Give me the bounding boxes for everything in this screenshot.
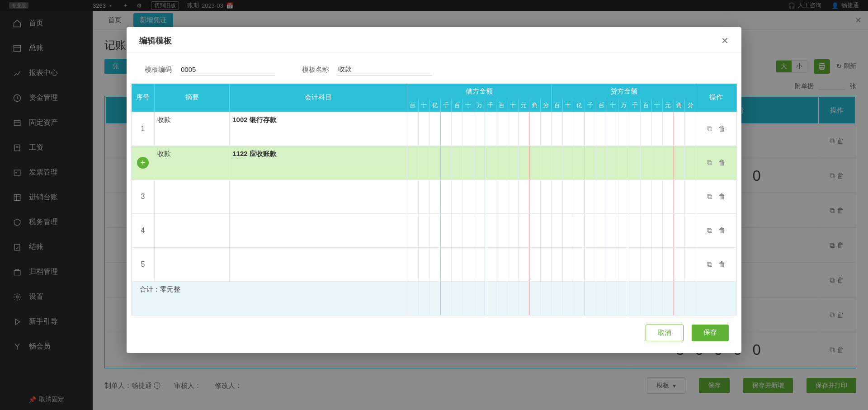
unit-header: 百 — [640, 99, 651, 112]
delete-row-icon[interactable]: 🗑 — [718, 125, 726, 133]
credit-cell[interactable] — [552, 112, 696, 146]
unit-header: 十 — [651, 99, 663, 112]
dialog-title: 编辑模板 — [139, 35, 172, 46]
summary-cell[interactable] — [155, 179, 230, 213]
unit-header: 百 — [596, 99, 607, 112]
unit-header: 百 — [552, 99, 563, 112]
unit-header: 千 — [585, 99, 596, 112]
subject-cell[interactable]: 1122 应收账款 — [230, 146, 407, 179]
seq-cell: 1 — [132, 112, 155, 146]
row-ops-cell: ⧉🗑 — [696, 112, 736, 146]
template-code-label: 模板编码 — [145, 66, 172, 74]
credit-cell[interactable] — [552, 213, 696, 247]
th-summary: 摘要 — [155, 84, 230, 112]
unit-header: 亿 — [574, 99, 585, 112]
unit-header: 分 — [540, 99, 552, 112]
copy-row-icon[interactable]: ⧉ — [707, 193, 712, 201]
seq-cell: + — [132, 146, 155, 179]
credit-cell[interactable] — [552, 179, 696, 213]
summary-cell[interactable]: 收款 — [155, 112, 230, 146]
delete-row-icon[interactable]: 🗑 — [718, 226, 726, 235]
unit-header: 元 — [518, 99, 529, 112]
table-row[interactable]: 5⧉🗑 — [132, 247, 737, 281]
total-label: 合计：零元整 — [132, 281, 407, 315]
th-seq: 序号 — [132, 84, 155, 112]
table-row[interactable]: 1收款1002 银行存款⧉🗑 — [132, 112, 737, 146]
template-name-input[interactable] — [337, 64, 432, 75]
unit-header: 十 — [418, 99, 429, 112]
debit-cell[interactable] — [407, 179, 552, 213]
debit-cell[interactable] — [407, 112, 552, 146]
unit-header: 百 — [496, 99, 507, 112]
unit-header: 元 — [663, 99, 674, 112]
unit-header: 角 — [529, 99, 541, 112]
add-row-button[interactable]: + — [137, 157, 149, 169]
unit-header: 万 — [618, 99, 629, 112]
row-ops-cell: ⧉🗑 — [696, 213, 736, 247]
unit-header: 十 — [462, 99, 474, 112]
th-credit: 贷方金额 — [552, 84, 696, 99]
unit-header: 百 — [452, 99, 463, 112]
modal-overlay: 编辑模板 ✕ 模板编码 模板名称 序号 摘要 会计科目 借方金额 贷方金额 — [0, 0, 868, 410]
total-row: 合计：零元整 — [132, 281, 737, 315]
debit-cell[interactable] — [407, 247, 552, 281]
credit-cell[interactable] — [552, 247, 696, 281]
th-subject: 会计科目 — [230, 84, 407, 112]
template-table: 序号 摘要 会计科目 借方金额 贷方金额 操作 百十亿千百十万千百十元角分百十亿… — [131, 84, 737, 316]
unit-header: 角 — [674, 99, 685, 112]
row-ops-cell: ⧉🗑 — [696, 247, 736, 281]
table-row[interactable]: 4⧉🗑 — [132, 213, 737, 247]
subject-cell[interactable]: 1002 银行存款 — [230, 112, 407, 146]
seq-cell: 3 — [132, 179, 155, 213]
debit-cell[interactable] — [407, 213, 552, 247]
copy-row-icon[interactable]: ⧉ — [707, 159, 712, 167]
unit-header: 千 — [629, 99, 641, 112]
unit-header: 千 — [440, 99, 452, 112]
copy-row-icon[interactable]: ⧉ — [707, 260, 712, 269]
unit-header: 十 — [563, 99, 574, 112]
subject-cell[interactable] — [230, 213, 407, 247]
summary-cell[interactable] — [155, 213, 230, 247]
copy-row-icon[interactable]: ⧉ — [707, 125, 712, 133]
save-template-button[interactable]: 保存 — [692, 325, 729, 341]
seq-cell: 5 — [132, 247, 155, 281]
template-name-label: 模板名称 — [302, 66, 329, 74]
unit-header: 十 — [607, 99, 618, 112]
table-row[interactable]: 3⧉🗑 — [132, 179, 737, 213]
table-row[interactable]: +收款1122 应收账款⧉🗑 — [132, 146, 737, 179]
delete-row-icon[interactable]: 🗑 — [718, 159, 726, 167]
unit-header: 千 — [485, 99, 496, 112]
unit-header: 分 — [685, 99, 696, 112]
debit-cell[interactable] — [407, 146, 552, 179]
row-ops-cell: ⧉🗑 — [696, 146, 736, 179]
th-debit: 借方金额 — [407, 84, 552, 99]
template-code-input[interactable] — [180, 64, 275, 75]
summary-cell[interactable]: 收款 — [155, 146, 230, 179]
cancel-button[interactable]: 取消 — [646, 325, 684, 341]
delete-row-icon[interactable]: 🗑 — [718, 193, 726, 201]
delete-row-icon[interactable]: 🗑 — [718, 260, 726, 269]
unit-header: 十 — [507, 99, 519, 112]
subject-cell[interactable] — [230, 179, 407, 213]
th-ops: 操作 — [696, 84, 736, 112]
unit-header: 亿 — [429, 99, 441, 112]
copy-row-icon[interactable]: ⧉ — [707, 226, 712, 235]
summary-cell[interactable] — [155, 247, 230, 281]
close-icon[interactable]: ✕ — [721, 35, 729, 46]
row-ops-cell: ⧉🗑 — [696, 179, 736, 213]
subject-cell[interactable] — [230, 247, 407, 281]
edit-template-dialog: 编辑模板 ✕ 模板编码 模板名称 序号 摘要 会计科目 借方金额 贷方金额 — [127, 27, 741, 353]
unit-header: 百 — [407, 99, 419, 112]
unit-header: 万 — [474, 99, 485, 112]
seq-cell: 4 — [132, 213, 155, 247]
credit-cell[interactable] — [552, 146, 696, 179]
